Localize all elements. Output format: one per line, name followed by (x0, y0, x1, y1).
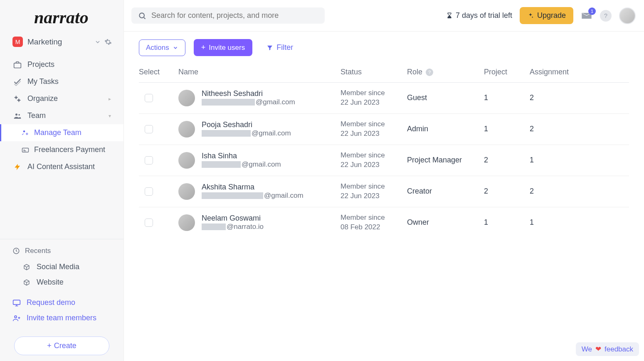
th-name: Name (178, 68, 341, 76)
role-cell: Admin (407, 125, 484, 133)
trial-notice: 7 days of trial left (446, 11, 512, 20)
search-input[interactable] (151, 11, 318, 20)
nav-ai-assistant-label: AI Content Assistant (27, 162, 95, 171)
workspace-selector[interactable]: M Marketing (0, 37, 123, 56)
recents-label: Recents (25, 247, 51, 255)
table-body: Nitheesh Seshadri@gmail.comMember since2… (139, 83, 629, 238)
cogs-icon (12, 95, 22, 103)
main: 7 days of trial left Upgrade 1 ? Actions… (124, 0, 644, 361)
th-role-label: Role (407, 68, 422, 76)
clock-icon (12, 247, 20, 255)
user-avatar[interactable] (619, 7, 636, 24)
project-cell: 2 (484, 156, 530, 165)
gear-icon[interactable] (104, 38, 112, 46)
hourglass-icon (446, 12, 453, 20)
avatar (178, 183, 195, 200)
th-status: Status (341, 68, 407, 76)
create-button-label: Create (54, 341, 76, 350)
user-name: Nitheesh Seshadri (202, 89, 295, 98)
caret-right-icon: ▸ (109, 96, 111, 102)
table-header: Select Name Status Role? Project Assignm… (139, 64, 629, 83)
user-email: @gmail.com (202, 160, 281, 169)
header: 7 days of trial left Upgrade 1 ? (124, 0, 644, 32)
avatar (178, 90, 195, 106)
table-row: Isha Sinha@gmail.comMember since22 Jun 2… (139, 145, 629, 176)
svg-point-5 (23, 130, 25, 133)
row-checkbox[interactable] (145, 219, 153, 227)
assignment-cell: 2 (530, 125, 575, 133)
recent-item-0[interactable]: Social Media (0, 259, 123, 275)
recents-list: Social Media Website (0, 259, 123, 290)
row-checkbox[interactable] (145, 187, 153, 196)
status-cell: Member since22 Jun 2023 (341, 88, 407, 108)
user-email: @gmail.com (202, 192, 303, 200)
search-box[interactable] (131, 7, 325, 24)
role-cell: Guest (407, 93, 484, 102)
search-icon (138, 12, 146, 20)
name-cell: Akshita Sharma@gmail.com (178, 183, 341, 200)
invite-team-link[interactable]: Invite team members (12, 310, 111, 326)
feedback-post: feedback (605, 345, 633, 354)
svg-point-2 (18, 99, 20, 101)
assignment-cell: 1 (530, 218, 575, 227)
help-button[interactable]: ? (600, 10, 612, 22)
upgrade-button[interactable]: Upgrade (520, 7, 573, 24)
svg-rect-9 (13, 300, 20, 305)
filter-icon (266, 44, 273, 51)
subnav-manage-team[interactable]: Manage Team (0, 124, 123, 141)
create-button[interactable]: +Create (14, 336, 109, 355)
feedback-button[interactable]: We ❤ feedback (576, 342, 639, 356)
actions-button[interactable]: Actions (139, 39, 185, 56)
heart-icon: ❤ (595, 345, 601, 354)
th-project: Project (484, 68, 530, 76)
svg-rect-7 (22, 148, 29, 152)
row-checkbox[interactable] (145, 94, 153, 102)
nav-organize-label: Organize (27, 94, 58, 103)
name-cell: Neelam Goswami@narrato.io (178, 214, 341, 231)
row-checkbox[interactable] (145, 125, 153, 133)
recent-item-1[interactable]: Website (0, 275, 123, 290)
svg-point-3 (15, 113, 17, 115)
nav-team[interactable]: Team▾ (3, 107, 120, 124)
request-demo-link[interactable]: Request demo (12, 295, 111, 310)
svg-rect-0 (14, 63, 21, 68)
th-role: Role? (407, 68, 484, 76)
status-cell: Member since22 Jun 2023 (341, 151, 407, 170)
check-icon (12, 78, 22, 86)
nav-team-label: Team (27, 111, 46, 120)
mail-button[interactable]: 1 (581, 10, 592, 22)
user-name: Akshita Sharma (202, 183, 303, 192)
avatar (178, 214, 195, 231)
request-demo-label: Request demo (27, 298, 75, 307)
chevron-down-icon[interactable] (94, 39, 101, 45)
trial-text: 7 days of trial left (456, 11, 512, 20)
upgrade-label: Upgrade (537, 11, 566, 20)
svg-point-11 (139, 13, 144, 18)
status-cell: Member since08 Feb 2022 (341, 213, 407, 232)
toolbar: Actions +Invite users Filter (124, 32, 644, 64)
team-table: Select Name Status Role? Project Assignm… (124, 64, 644, 238)
filter-button[interactable]: Filter (266, 43, 293, 52)
status-cell: Member since22 Jun 2023 (341, 120, 407, 139)
help-icon[interactable]: ? (426, 69, 433, 76)
name-cell: Pooja Seshadri@gmail.com (178, 120, 341, 138)
team-subnav: Manage Team Freelancers Payment (0, 124, 123, 158)
project-cell: 1 (484, 93, 530, 102)
project-cell: 1 (484, 218, 530, 227)
assignment-cell: 2 (530, 93, 575, 102)
user-name: Pooja Seshadri (202, 120, 291, 129)
nav-ai-assistant[interactable]: AI Content Assistant (3, 158, 120, 175)
svg-point-4 (18, 114, 20, 115)
invite-users-button[interactable]: +Invite users (194, 39, 252, 56)
nav-organize[interactable]: Organize▸ (3, 90, 120, 107)
card-icon (22, 146, 30, 154)
subnav-freelancers-payment[interactable]: Freelancers Payment (0, 141, 123, 158)
workspace-name: Marketing (27, 37, 94, 47)
subnav-freelancers-payment-label: Freelancers Payment (34, 145, 105, 154)
row-checkbox[interactable] (145, 156, 153, 165)
nav-projects[interactable]: Projects (3, 56, 120, 73)
recent-item-1-label: Website (37, 278, 64, 287)
nav-my-tasks[interactable]: My Tasks (3, 73, 120, 90)
caret-down-icon: ▾ (109, 113, 111, 119)
name-cell: Nitheesh Seshadri@gmail.com (178, 89, 341, 106)
